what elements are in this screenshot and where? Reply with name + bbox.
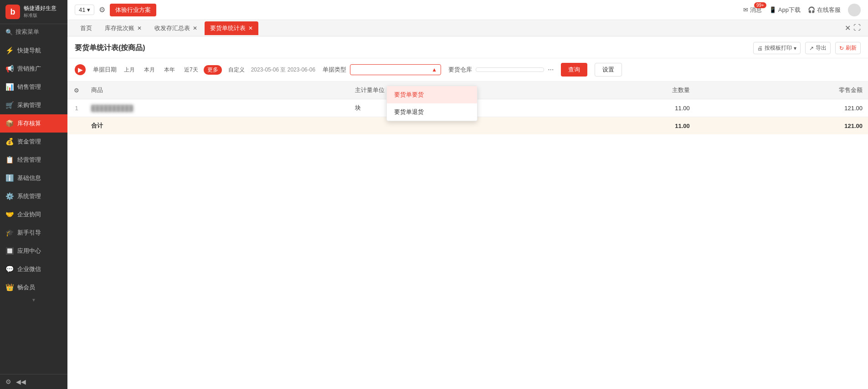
- type-dropdown: 要货单要货 要货单退货: [386, 86, 478, 121]
- sidebar-item-经营管理[interactable]: 📋 经营管理: [0, 151, 67, 169]
- col-product: 商品: [86, 82, 349, 99]
- marketing-icon: 📢: [5, 65, 14, 73]
- query-button[interactable]: 查询: [561, 63, 587, 77]
- tabs-bar: 首页 库存批次账 ✕ 收发存汇总表 ✕ 要货单统计表 ✕ ✕ ⛶: [67, 20, 868, 36]
- sidebar-label: 库存核算: [17, 119, 41, 128]
- print-label: 按模板打印: [765, 44, 792, 52]
- sidebar-scroll-down[interactable]: ▼: [0, 297, 67, 303]
- col-amount: 零售金额: [695, 82, 868, 99]
- chevron-down-icon: ▾: [87, 6, 90, 13]
- product-name: ██████████: [91, 105, 133, 112]
- online-service-button[interactable]: 🎧 在线客服: [808, 6, 841, 14]
- sidebar-label: 营销推广: [17, 65, 41, 73]
- sidebar-item-销售管理[interactable]: 📊 销售管理: [0, 78, 67, 96]
- page-title: 要货单统计表(按商品): [75, 43, 145, 53]
- sidebar-item-库存核算[interactable]: 📦 库存核算: [0, 114, 67, 133]
- total-empty-1: [67, 117, 86, 135]
- product-cell: ██████████: [86, 99, 349, 117]
- gear-bottom-icon[interactable]: ⚙: [5, 378, 11, 385]
- chevron-down-print-icon: ▾: [794, 45, 796, 51]
- sidebar-logo: b 畅捷通好生意 标准版: [0, 0, 67, 24]
- tabs-actions: ✕ ⛶: [845, 24, 861, 32]
- message-badge: 99+: [754, 2, 766, 8]
- dropdown-item-要货单退货[interactable]: 要货单退货: [387, 103, 477, 121]
- last-month-btn[interactable]: 上月: [120, 65, 139, 75]
- more-dates-btn[interactable]: 更多: [204, 65, 222, 75]
- tab-label: 要货单统计表: [210, 24, 246, 32]
- main-area: 41 ▾ ⚙ 体验行业方案 ✉ 消息 99+ 📱 App下载 🎧 在线客服: [67, 0, 868, 389]
- dropdown-item-label: 要货单要货: [394, 91, 424, 98]
- sidebar-search[interactable]: 🔍 搜索菜单: [0, 24, 67, 40]
- sidebar-label: 基础信息: [17, 174, 41, 182]
- tab-close-icon[interactable]: ✕: [248, 25, 253, 31]
- sidebar-item-资金管理[interactable]: 💰 资金管理: [0, 133, 67, 151]
- sidebar-item-企业微信[interactable]: 💬 企业微信: [0, 260, 67, 278]
- nav-icon: ⚡: [5, 46, 14, 55]
- refresh-button[interactable]: ↻ 刷新: [835, 42, 861, 54]
- sidebar-label: 系统管理: [17, 192, 41, 200]
- logo-text-container: 畅捷通好生意 标准版: [24, 5, 56, 19]
- sidebar-item-应用中心[interactable]: 🔲 应用中心: [0, 242, 67, 260]
- type-select-arrow-up-icon: ▲: [431, 67, 437, 73]
- refresh-icon: ↻: [839, 45, 844, 51]
- this-year-btn[interactable]: 本年: [160, 65, 179, 75]
- top-header: 41 ▾ ⚙ 体验行业方案 ✉ 消息 99+ 📱 App下载 🎧 在线客服: [67, 0, 868, 20]
- user-avatar[interactable]: [848, 4, 861, 16]
- sidebar-item-基础信息[interactable]: ℹ️ 基础信息: [0, 169, 67, 187]
- filter-expand-button[interactable]: ▶: [75, 64, 86, 75]
- management-icon: 📋: [5, 156, 14, 164]
- tab-order-stats[interactable]: 要货单统计表 ✕: [205, 21, 258, 35]
- col-quantity: 主数量: [552, 82, 695, 99]
- app-download-button[interactable]: 📱 App下载: [769, 6, 801, 14]
- sidebar-item-畅会员[interactable]: 👑 畅会员: [0, 278, 67, 297]
- last-7days-btn[interactable]: 近7天: [180, 65, 202, 75]
- sidebar-item-采购管理[interactable]: 🛒 采购管理: [0, 96, 67, 114]
- system-icon: ⚙️: [5, 192, 14, 200]
- export-button[interactable]: ↗ 导出: [805, 42, 831, 54]
- sidebar-item-系统管理[interactable]: ⚙️ 系统管理: [0, 187, 67, 205]
- more-filters-icon[interactable]: ···: [548, 66, 554, 74]
- col-settings[interactable]: ⚙: [67, 82, 86, 99]
- industry-button[interactable]: 体验行业方案: [110, 4, 156, 16]
- search-icon: 🔍: [5, 29, 13, 36]
- tab-receive-summary[interactable]: 收发存汇总表 ✕: [149, 21, 203, 35]
- branch-selector[interactable]: 41 ▾: [75, 5, 94, 15]
- this-month-btn[interactable]: 本月: [140, 65, 159, 75]
- warehouse-select[interactable]: [476, 67, 544, 72]
- sidebar-label: 资金管理: [17, 138, 41, 146]
- sidebar-item-快捷导航[interactable]: ⚡ 快捷导航: [0, 41, 67, 60]
- tab-close-icon[interactable]: ✕: [137, 25, 142, 31]
- restore-tab-action[interactable]: ⛶: [853, 24, 861, 32]
- inventory-icon: 📦: [5, 119, 14, 128]
- tab-home[interactable]: 首页: [75, 21, 98, 35]
- info-icon: ℹ️: [5, 174, 14, 182]
- tab-close-icon[interactable]: ✕: [193, 25, 197, 31]
- close-tab-action[interactable]: ✕: [845, 24, 851, 32]
- quantity-cell: 11.00: [552, 99, 695, 117]
- dropdown-item-要货单要货[interactable]: 要货单要货: [387, 86, 477, 103]
- custom-date-btn[interactable]: 自定义: [226, 65, 247, 75]
- sidebar-label: 应用中心: [17, 247, 41, 255]
- online-service-label: 在线客服: [817, 6, 841, 14]
- settings-button[interactable]: 设置: [595, 63, 622, 77]
- sales-icon: 📊: [5, 83, 14, 91]
- sidebar-item-企业协同[interactable]: 🤝 企业协同: [0, 205, 67, 224]
- phone-icon: 📱: [769, 6, 776, 13]
- dropdown-item-label: 要货单退货: [394, 108, 424, 115]
- sidebar-label: 企业协同: [17, 210, 41, 219]
- date-range-display: 2023-05-06 至 2023-06-06: [251, 66, 315, 74]
- type-select[interactable]: ▲: [350, 64, 441, 75]
- sidebar-item-新手引导[interactable]: 🎓 新手引导: [0, 224, 67, 242]
- total-quantity: 11.00: [552, 117, 695, 135]
- amount-cell: 121.00: [695, 99, 868, 117]
- messages-button[interactable]: ✉ 消息 99+: [743, 6, 762, 14]
- collab-icon: 🤝: [5, 210, 14, 219]
- header-settings-icon[interactable]: ⚙: [99, 5, 105, 14]
- date-filter-group: 单据日期 上月 本月 本年 近7天 更多 自定义 2023-05-06 至 20…: [93, 65, 315, 75]
- print-button[interactable]: 🖨 按模板打印 ▾: [753, 42, 801, 54]
- tab-batch-account[interactable]: 库存批次账 ✕: [99, 21, 147, 35]
- collapse-icon[interactable]: ◀◀: [16, 378, 26, 385]
- warehouse-filter-group: 要货仓库 ···: [448, 66, 554, 74]
- brand-sub: 标准版: [24, 12, 56, 19]
- sidebar-item-营销推广[interactable]: 📢 营销推广: [0, 60, 67, 78]
